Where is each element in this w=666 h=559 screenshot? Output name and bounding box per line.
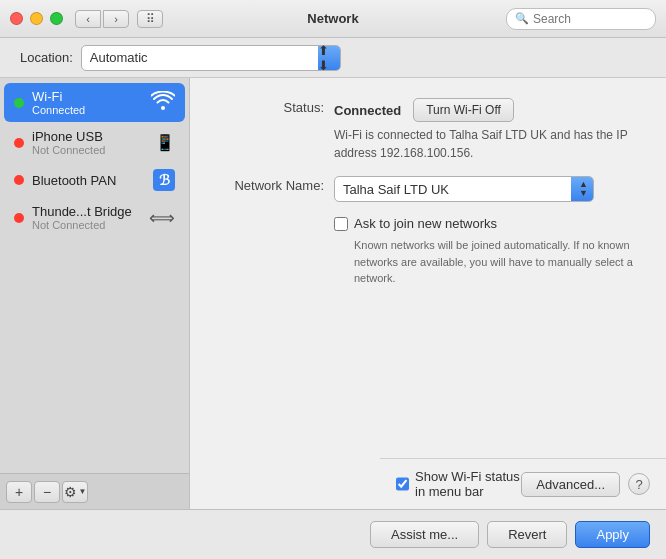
status-label: Status: — [214, 98, 334, 115]
sidebar-toolbar: + − ⚙ ▼ — [0, 473, 189, 509]
ask-to-join-row: Ask to join new networks Known networks … — [214, 216, 642, 287]
iphone-icon: 📱 — [155, 133, 175, 152]
sidebar-item-thunderbolt-label: Thunde...t Bridge — [32, 204, 149, 219]
sidebar: Wi-Fi Connected iPhone USB No — [0, 78, 190, 509]
chevron-up-down-icon: ⬆⬇ — [318, 43, 340, 73]
network-select-arrow: ▲▼ — [571, 177, 593, 201]
search-input[interactable] — [533, 12, 653, 26]
add-network-button[interactable]: + — [6, 481, 32, 503]
status-dot-thunderbolt — [14, 213, 24, 223]
sidebar-item-thunderbolt[interactable]: Thunde...t Bridge Not Connected ⟺ — [4, 198, 185, 237]
status-dot-bluetooth — [14, 175, 24, 185]
location-value: Automatic — [90, 50, 332, 65]
location-select[interactable]: Automatic ⬆⬇ — [81, 45, 341, 71]
sidebar-item-wifi-sublabel: Connected — [32, 104, 151, 116]
show-wifi-checkbox[interactable] — [396, 477, 409, 491]
footer: Assist me... Revert Apply — [0, 509, 666, 559]
show-wifi-label: Show Wi-Fi status in menu bar — [415, 469, 521, 499]
network-name-select[interactable]: Talha Saif LTD UK ▲▼ — [334, 176, 594, 202]
help-button[interactable]: ? — [628, 473, 650, 495]
bottom-bar: Show Wi-Fi status in menu bar Advanced..… — [380, 458, 666, 509]
network-name-row: Network Name: Talha Saif LTD UK ▲▼ — [214, 176, 642, 202]
network-name-content: Talha Saif LTD UK ▲▼ — [334, 176, 642, 202]
nav-buttons: ‹ › — [75, 10, 129, 28]
status-row: Status: Connected Turn Wi-Fi Off Wi-Fi i… — [214, 98, 642, 162]
main-content: Wi-Fi Connected iPhone USB No — [0, 78, 666, 509]
status-dot-wifi — [14, 98, 24, 108]
sidebar-item-wifi-label: Wi-Fi — [32, 89, 151, 104]
location-select-arrow: ⬆⬇ — [318, 46, 340, 70]
gear-icon: ⚙ — [64, 484, 77, 500]
window-title: Network — [307, 11, 358, 26]
close-button[interactable] — [10, 12, 23, 25]
sidebar-item-iphone-sublabel: Not Connected — [32, 144, 155, 156]
grid-button[interactable]: ⠿ — [137, 10, 163, 28]
turn-wifi-off-button[interactable]: Turn Wi-Fi Off — [413, 98, 514, 122]
ask-to-join-checkbox-row: Ask to join new networks — [334, 216, 642, 231]
sidebar-item-iphone-label: iPhone USB — [32, 129, 155, 144]
status-content: Connected Turn Wi-Fi Off Wi-Fi is connec… — [334, 98, 642, 162]
chevron-down-icon: ▼ — [79, 487, 87, 496]
sidebar-item-bluetooth-label: Bluetooth PAN — [32, 173, 153, 188]
status-value: Connected — [334, 103, 401, 118]
chevron-updown-icon: ▲▼ — [571, 180, 593, 198]
forward-button[interactable]: › — [103, 10, 129, 28]
sidebar-item-iphone-usb[interactable]: iPhone USB Not Connected 📱 — [4, 123, 185, 162]
ask-join-spacer — [214, 216, 334, 218]
bluetooth-icon: ℬ — [153, 169, 175, 191]
search-icon: 🔍 — [515, 12, 529, 25]
remove-network-button[interactable]: − — [34, 481, 60, 503]
revert-button[interactable]: Revert — [487, 521, 567, 548]
sidebar-item-wifi[interactable]: Wi-Fi Connected — [4, 83, 185, 122]
network-name-label: Network Name: — [214, 176, 334, 193]
show-wifi-row: Show Wi-Fi status in menu bar — [396, 469, 521, 499]
minimize-button[interactable] — [30, 12, 43, 25]
back-button[interactable]: ‹ — [75, 10, 101, 28]
ask-to-join-label: Ask to join new networks — [354, 216, 497, 231]
thunderbolt-icon: ⟺ — [149, 207, 175, 229]
ask-to-join-description: Known networks will be joined automatica… — [354, 237, 642, 287]
apply-button[interactable]: Apply — [575, 521, 650, 548]
location-bar: Location: Automatic ⬆⬇ — [0, 38, 666, 78]
detail-panel: Status: Connected Turn Wi-Fi Off Wi-Fi i… — [190, 78, 666, 509]
sidebar-item-bluetooth[interactable]: Bluetooth PAN ℬ — [4, 163, 185, 197]
fullscreen-button[interactable] — [50, 12, 63, 25]
network-name-value: Talha Saif LTD UK — [335, 182, 571, 197]
advanced-button[interactable]: Advanced... — [521, 472, 620, 497]
sidebar-item-thunderbolt-sublabel: Not Connected — [32, 219, 149, 231]
traffic-lights — [10, 12, 63, 25]
assist-me-button[interactable]: Assist me... — [370, 521, 479, 548]
titlebar: ‹ › ⠿ Network 🔍 — [0, 0, 666, 38]
ask-to-join-checkbox[interactable] — [334, 217, 348, 231]
search-box[interactable]: 🔍 — [506, 8, 656, 30]
location-label: Location: — [20, 50, 73, 65]
bluetooth-badge: ℬ — [153, 169, 175, 191]
status-description: Wi-Fi is connected to Talha Saif LTD UK … — [334, 126, 634, 162]
status-dot-iphone — [14, 138, 24, 148]
sidebar-list: Wi-Fi Connected iPhone USB No — [0, 78, 189, 473]
network-settings-button[interactable]: ⚙ ▼ — [62, 481, 88, 503]
wifi-icon — [151, 91, 175, 115]
